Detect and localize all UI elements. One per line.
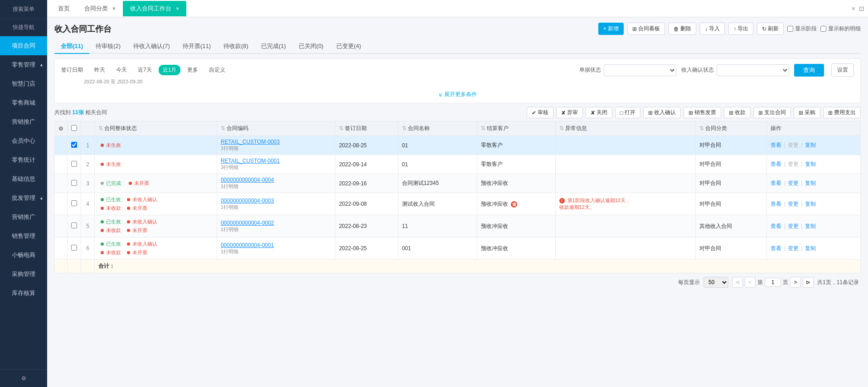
sidebar-item-inventory[interactable]: 库存核算 xyxy=(0,284,47,303)
col-settings[interactable]: ⚙ xyxy=(55,121,68,136)
prev-page-btn[interactable]: < xyxy=(745,277,756,288)
last-page-btn[interactable]: ⊳ xyxy=(803,277,814,288)
sidebar-item-marketing[interactable]: 营销推广 xyxy=(0,112,47,131)
delete-button[interactable]: 🗑 删除 xyxy=(669,23,696,35)
status-tab-completed[interactable]: 已完成(1) xyxy=(255,39,292,53)
status-tab-changed[interactable]: 已变更(4) xyxy=(330,39,368,53)
sidebar-quick-nav[interactable]: 快捷导航 xyxy=(0,19,47,36)
status-tab-closed[interactable]: 已关闭(0) xyxy=(292,39,330,53)
income-confirm-action-btn[interactable]: ⊞ 收入确认 xyxy=(643,107,681,118)
expenditure-contract-action-btn[interactable]: ⊞ 支出合同 xyxy=(753,107,791,118)
status-tab-pending-invoice[interactable]: 待开票(11) xyxy=(176,39,217,53)
date-btn-last1month[interactable]: 近1月 xyxy=(159,65,181,75)
collection-action-btn[interactable]: ⊞ 收款 xyxy=(724,107,751,118)
abandon-action-btn[interactable]: ✘ 弃审 xyxy=(556,107,583,118)
sidebar-item-xiaochang[interactable]: 小畅电商 xyxy=(0,246,47,265)
sidebar-item-retail-stats[interactable]: 零售统计 xyxy=(0,150,47,169)
date-btn-last7[interactable]: 近7天 xyxy=(134,65,156,75)
copy-link[interactable]: 复制 xyxy=(805,180,816,186)
page-size-select[interactable]: 50 10 20 100 xyxy=(703,277,728,288)
change-link[interactable]: 变更 xyxy=(788,223,799,229)
sidebar-item-smart-store[interactable]: 智慧门店 xyxy=(0,74,47,93)
show-stage-checkbox[interactable]: 显示阶段 xyxy=(787,25,817,33)
row-contract-code: 0000000000004-0001 1行明细 xyxy=(217,237,335,260)
view-link[interactable]: 查看 xyxy=(771,161,781,167)
copy-link[interactable]: 复制 xyxy=(805,245,816,252)
window-close-icon[interactable]: × xyxy=(852,5,855,12)
sidebar-item-project-contract[interactable]: 项目合同 xyxy=(0,36,47,55)
tab-income-workbench[interactable]: 收入合同工作台 × xyxy=(123,1,186,16)
contract-link[interactable]: 0000000000004-0003 xyxy=(221,198,274,204)
sidebar-item-wholesale-mgmt[interactable]: 批发管理 xyxy=(0,189,47,208)
sidebar-item-member-center[interactable]: 会员中心 xyxy=(0,131,47,150)
change-link[interactable]: 变更 xyxy=(788,201,799,207)
row-checkbox xyxy=(68,237,81,260)
contract-link[interactable]: RETAIL_CUSTOM-0001 xyxy=(221,158,280,164)
open-action-btn[interactable]: □ 打开 xyxy=(615,107,640,118)
review-action-btn[interactable]: ✔ 审核 xyxy=(527,107,553,118)
date-btn-today[interactable]: 今天 xyxy=(112,65,131,75)
select-all-checkbox[interactable] xyxy=(71,125,77,131)
contract-link[interactable]: 0000000000004-0004 xyxy=(221,177,274,183)
expense-payout-action-btn[interactable]: ⊞ 费用支出 xyxy=(823,107,861,118)
status-circle-red8 xyxy=(127,229,130,232)
date-btn-more[interactable]: 更多 xyxy=(183,65,202,75)
copy-link[interactable]: 复制 xyxy=(805,161,816,167)
close-action-btn[interactable]: ✘ 关闭 xyxy=(586,107,612,118)
change-link[interactable]: 变更 xyxy=(788,245,799,252)
change-link[interactable]: 变更 xyxy=(788,161,799,167)
copy-link[interactable]: 复制 xyxy=(805,223,816,229)
close-contract-category-icon[interactable]: × xyxy=(112,5,116,12)
copy-link[interactable]: 复制 xyxy=(805,201,816,207)
contract-link[interactable]: 0000000000004-0001 xyxy=(221,242,274,248)
status-tab-all[interactable]: 全部(11) xyxy=(54,39,89,54)
copy-link[interactable]: 复制 xyxy=(805,142,816,148)
kanban-button[interactable]: ⊞ 合同看板 xyxy=(627,23,665,35)
contract-link[interactable]: 0000000000004-0002 xyxy=(221,220,274,226)
date-btn-yesterday[interactable]: 昨天 xyxy=(90,65,109,75)
export-button[interactable]: ↑ 导出 xyxy=(728,23,753,35)
sidebar-item-retail-mgmt[interactable]: 零售管理 xyxy=(0,55,47,74)
sidebar-settings[interactable]: ⚙ xyxy=(0,369,47,387)
refresh-button[interactable]: ↻ 刷新 xyxy=(757,23,784,35)
view-link[interactable]: 查看 xyxy=(771,245,781,252)
change-link[interactable]: 变更 xyxy=(788,142,799,148)
sidebar-item-retail-mall[interactable]: 零售商城 xyxy=(0,93,47,112)
status-tab-pending-income-confirm[interactable]: 待收入确认(7) xyxy=(127,39,176,53)
query-button[interactable]: 查询 xyxy=(794,64,824,77)
sidebar-item-sales-mgmt[interactable]: 销售管理 xyxy=(0,227,47,246)
change-link[interactable]: 变更 xyxy=(788,180,799,186)
import-button[interactable]: ↓ 导入 xyxy=(700,23,725,35)
window-maximize-icon[interactable]: ⊡ xyxy=(859,5,864,12)
filter-setting-button[interactable]: 设置 xyxy=(831,63,854,77)
tab-home[interactable]: 首页 xyxy=(51,1,77,16)
table-row: 1 未生效 RETAIL_CUSTOM-0003 1行明细 2022-08-25… xyxy=(55,136,861,155)
status-tab-pending-review[interactable]: 待审核(2) xyxy=(89,39,127,53)
show-detail-checkbox[interactable]: 显示标的明细 xyxy=(820,25,861,33)
date-btn-custom[interactable]: 自定义 xyxy=(205,65,229,75)
income-confirm-select[interactable] xyxy=(717,64,789,76)
sales-invoice-action-btn[interactable]: ⊞ 销售发票 xyxy=(684,107,721,118)
row-actions: 查看 | 变更 | 复制 xyxy=(767,215,861,237)
view-link[interactable]: 查看 xyxy=(771,142,781,148)
expand-more-conditions[interactable]: ∨ 展开更多条件 xyxy=(438,91,477,98)
next-page-btn[interactable]: > xyxy=(790,277,801,288)
sidebar-item-marketing2[interactable]: 营销推广 xyxy=(0,208,47,227)
view-link[interactable]: 查看 xyxy=(771,180,781,186)
doc-status-select[interactable] xyxy=(604,64,676,76)
sort-icon: ⇅ xyxy=(481,125,485,131)
sidebar-search[interactable]: 搜索菜单 xyxy=(0,0,47,19)
view-link[interactable]: 查看 xyxy=(771,223,781,229)
tab-contract-category[interactable]: 合同分类 × xyxy=(77,1,123,16)
col-exception-info: ⇅ 异常信息 xyxy=(555,121,695,136)
contract-link[interactable]: RETAIL_CUSTOM-0003 xyxy=(221,139,280,145)
close-income-workbench-icon[interactable]: × xyxy=(176,5,179,12)
purchase-action-btn[interactable]: ⊞ 采购 xyxy=(794,107,820,118)
first-page-btn[interactable]: ⊲ xyxy=(732,277,743,288)
status-tab-pending-collection[interactable]: 待收款(8) xyxy=(217,39,255,53)
sidebar-item-basic-info[interactable]: 基础信息 xyxy=(0,169,47,189)
page-input[interactable] xyxy=(765,278,781,287)
new-button[interactable]: + 新增 xyxy=(598,23,624,35)
sidebar-item-purchase-mgmt[interactable]: 采购管理 xyxy=(0,265,47,284)
view-link[interactable]: 查看 xyxy=(771,201,781,207)
